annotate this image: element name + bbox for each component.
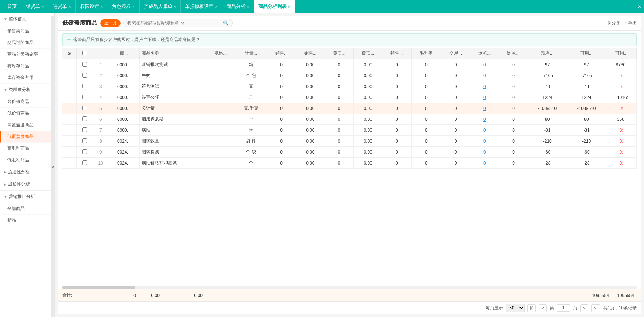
- cell-browse1[interactable]: 0: [470, 158, 499, 169]
- share-button[interactable]: ⎘ 分享: [608, 20, 620, 26]
- nav-tab-template[interactable]: 单据模板设置 ×: [181, 0, 222, 13]
- cell-browse1[interactable]: 0: [470, 103, 499, 114]
- sidebar-section-liquidity[interactable]: ▶ 流通性分析: [0, 166, 54, 178]
- cell-checkbox: [76, 81, 93, 92]
- close-goods-analysis-list-tab[interactable]: ×: [288, 4, 290, 9]
- th-sales1: 销售...: [267, 48, 296, 59]
- cell-sales2: 0.00: [296, 103, 325, 114]
- nav-tab-goods-analysis[interactable]: 商品分析 ×: [222, 0, 254, 13]
- close-purchase-tab[interactable]: ×: [68, 4, 71, 9]
- nav-tab-home[interactable]: 首页: [3, 0, 21, 13]
- row-checkbox[interactable]: [82, 95, 87, 99]
- sidebar-item-all-goods[interactable]: 全部商品: [0, 203, 54, 215]
- settings-icon[interactable]: ⚙: [67, 51, 71, 56]
- close-permission-tab[interactable]: ×: [101, 4, 103, 9]
- cell-browse1[interactable]: 0: [470, 92, 499, 103]
- cell-settings: [62, 59, 77, 70]
- page-size-select[interactable]: 50 20 100: [506, 304, 525, 312]
- sidebar-section-growth[interactable]: ▶ 成长性分析: [0, 178, 54, 191]
- sidebar-item-high-value[interactable]: 高价值商品: [0, 96, 54, 108]
- time-filter-button[interactable]: 近一月: [100, 19, 121, 27]
- prev-page-button[interactable]: <: [539, 304, 547, 312]
- cell-code: 0000...: [109, 81, 139, 92]
- sidebar-section-group[interactable]: ▼ 类群度分析: [0, 84, 54, 96]
- row-checkbox[interactable]: [82, 149, 87, 154]
- sidebar-item-high-coverage[interactable]: 高覆盖度商品: [0, 119, 54, 131]
- nav-tab-product[interactable]: 产成品入库单 ×: [140, 0, 181, 13]
- row-checkbox[interactable]: [82, 138, 87, 143]
- page-number-input[interactable]: [557, 304, 570, 312]
- page-unit: 页: [573, 305, 577, 311]
- cell-unit: 个,包: [235, 70, 267, 81]
- sidebar-item-capital[interactable]: 库存资金占用: [0, 72, 54, 84]
- row-checkbox[interactable]: [82, 160, 87, 165]
- nav-tab-sales[interactable]: 销货单 ×: [21, 0, 48, 13]
- cell-sales3: 0: [382, 136, 411, 147]
- sidebar-section-marketing[interactable]: ▼ 营销推广分析: [0, 191, 54, 203]
- cell-rownum: 1: [93, 59, 109, 70]
- first-page-button[interactable]: K: [527, 304, 536, 312]
- export-button[interactable]: ↑ 导出: [625, 20, 637, 26]
- cell-rownum: 4: [93, 92, 109, 103]
- row-checkbox[interactable]: [82, 106, 87, 110]
- cell-current: -1089510: [528, 103, 567, 114]
- nav-tab-goods-analysis-list[interactable]: 商品分析列表 ×: [254, 0, 295, 13]
- next-page-button[interactable]: >: [580, 304, 588, 312]
- sum-current: -1095554: [588, 293, 612, 298]
- cell-available: -7105: [567, 70, 606, 81]
- cell-browse1[interactable]: 0: [470, 147, 499, 158]
- close-all-button[interactable]: ×: [638, 3, 641, 10]
- sidebar-item-traded-goods[interactable]: 交易过的商品: [0, 37, 54, 49]
- cell-browse1[interactable]: 0: [470, 59, 499, 70]
- row-checkbox[interactable]: [82, 62, 87, 67]
- sidebar-item-low-coverage[interactable]: 低覆盖度商品: [0, 131, 54, 143]
- cell-sales1: 0: [267, 103, 296, 114]
- cell-sellable: 0:: [606, 147, 637, 158]
- sidebar-item-high-margin[interactable]: 高毛利商品: [0, 143, 54, 154]
- cell-code: 0024...: [109, 147, 139, 158]
- close-product-tab[interactable]: ×: [174, 4, 176, 9]
- sidebar: ▼ 整体信息 销售类商品 交易过的商品 商品分类动销率 有库存商品 库存资金占用…: [0, 13, 55, 317]
- sidebar-item-stock-goods[interactable]: 有库存商品: [0, 60, 54, 72]
- sidebar-section-overall[interactable]: ▼ 整体信息: [0, 13, 54, 25]
- close-sales-tab[interactable]: ×: [42, 4, 44, 9]
- row-checkbox[interactable]: [82, 116, 87, 121]
- nav-tab-permission[interactable]: 权限设置 ×: [76, 0, 107, 13]
- sidebar-item-low-value[interactable]: 低价值商品: [0, 108, 54, 119]
- cell-browse1[interactable]: 0: [470, 70, 499, 81]
- page-label: 第: [550, 305, 554, 311]
- sidebar-collapse-button[interactable]: «: [51, 16, 55, 317]
- row-checkbox[interactable]: [82, 127, 87, 132]
- row-checkbox[interactable]: [82, 84, 87, 88]
- search-icon[interactable]: 🔍: [223, 20, 229, 26]
- sidebar-item-low-margin[interactable]: 低毛利商品: [0, 154, 54, 166]
- table-row: 7 0000... 属性 米 0 0.00 0 0.00 0 0 0 0 0 -…: [62, 125, 637, 136]
- sidebar-item-new-goods[interactable]: 新品: [0, 215, 54, 226]
- cell-browse1[interactable]: 0: [470, 114, 499, 125]
- cell-trans: 0: [441, 70, 470, 81]
- table-row: 8 0024... 测试数量 袋,件 0 0.00 0 0.00 0 0 0 0…: [62, 136, 637, 147]
- close-goods-analysis-tab[interactable]: ×: [247, 4, 249, 9]
- cell-browse1[interactable]: 0: [470, 125, 499, 136]
- select-all-checkbox[interactable]: [82, 51, 87, 55]
- search-input[interactable]: [127, 21, 223, 26]
- sidebar-item-category-rate[interactable]: 商品分类动销率: [0, 49, 54, 60]
- sidebar-item-sales-goods[interactable]: 销售类商品: [0, 25, 54, 37]
- cell-settings: [62, 147, 77, 158]
- cell-current: 80: [528, 114, 567, 125]
- last-page-button[interactable]: >|: [591, 304, 600, 312]
- cell-sellable: 0:: [606, 81, 637, 92]
- cell-browse1[interactable]: 0: [470, 81, 499, 92]
- th-code: 商...: [109, 48, 139, 59]
- th-trans: 交易...: [441, 48, 470, 59]
- nav-tab-purchase[interactable]: 进货单 ×: [48, 0, 75, 13]
- horizontal-scrollbar[interactable]: [62, 286, 637, 289]
- cell-browse2: 0: [499, 70, 528, 81]
- nav-tab-role[interactable]: 角色授权 ×: [107, 0, 139, 13]
- row-checkbox[interactable]: [82, 73, 87, 78]
- th-settings: ⚙: [62, 48, 77, 59]
- close-template-tab[interactable]: ×: [215, 4, 217, 9]
- cell-browse1[interactable]: 0: [470, 136, 499, 147]
- scrollbar-thumb[interactable]: [62, 286, 135, 289]
- close-role-tab[interactable]: ×: [132, 4, 134, 9]
